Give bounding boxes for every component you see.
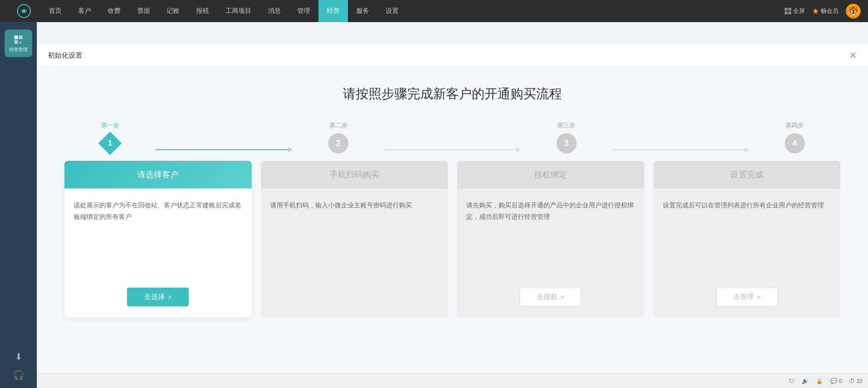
cards-row: 请选择客户 该处展示的客户为不在回收站、客户状态正常建账后完成老板端绑定的所有客…	[64, 161, 840, 317]
svg-text:¥: ¥	[19, 41, 22, 45]
step-3-action-button[interactable]: 去授权 >	[520, 288, 581, 306]
step-2-number: 2	[336, 139, 341, 148]
step-card-1: 请选择客户 该处展示的客户为不在回收站、客户状态正常建账后完成老板端绑定的所有客…	[64, 161, 252, 317]
step-4-circle: 4	[785, 133, 805, 153]
page-title: 初始化设置	[48, 51, 82, 60]
step-1-label: 第一步	[101, 121, 119, 129]
nav-manage[interactable]: 管理	[289, 0, 318, 22]
page-header: 初始化设置 ✕	[37, 44, 868, 67]
connector-2-3	[384, 147, 521, 153]
step-4-number: 4	[793, 139, 797, 148]
step-card-3: 授权绑定 请先购买，购买后选择开通的产品中的企业用户进行授权绑定，成功后即可进行…	[457, 161, 644, 317]
step-3-number: 3	[564, 139, 569, 148]
svg-rect-2	[789, 8, 791, 10]
card-4-header: 设置完成	[654, 161, 841, 188]
svg-rect-4	[789, 12, 791, 14]
shield-icon: 🛡	[789, 378, 794, 384]
sidebar: ¥ 经营管理 ⬇ 🎧	[0, 22, 37, 388]
card-4-footer: 去管理 >	[654, 288, 841, 317]
nav-settings[interactable]: 设置	[377, 0, 407, 22]
volume-icon: 🔊	[802, 378, 809, 384]
connector-3-4	[612, 147, 749, 153]
user-avatar[interactable]: 🐯	[846, 4, 861, 18]
nav-menu: 首页 客户 收费 票据 记账 报税 工商项目 消息 管理 经营 服务 设置	[41, 0, 785, 22]
connector-1-2	[156, 147, 293, 153]
step-4-label: 第四步	[786, 121, 804, 129]
nav-customer[interactable]: 客户	[70, 0, 99, 22]
card-1-footer: 去选择 >	[64, 288, 252, 317]
nav-message[interactable]: 消息	[260, 0, 289, 22]
step-2-header: 第二步 2	[293, 121, 384, 153]
card-2-footer	[261, 306, 448, 317]
card-1-body: 该处展示的客户为不在回收站、客户状态正常建账后完成老板端绑定的所有客户	[64, 188, 252, 288]
step-3-circle: 3	[556, 133, 577, 153]
svg-rect-3	[785, 12, 787, 14]
member-button[interactable]: 畅会员	[812, 7, 839, 15]
sidebar-item-operations[interactable]: ¥ 经营管理	[5, 29, 32, 57]
content-area: 请按照步骤完成新客户的开通购买流程 第一步 1 第二步	[37, 67, 868, 388]
card-2-body: 请用手机扫码，输入小微企业主账号密码进行购买	[261, 188, 448, 306]
step-1-number: 1	[108, 139, 112, 147]
card-3-body: 请先购买，购买后选择开通的产品中的企业用户进行授权绑定，成功后即可进行经营管理	[457, 188, 644, 288]
svg-rect-1	[785, 8, 787, 10]
card-3-footer: 去授权 >	[457, 288, 644, 317]
card-4-body: 设置完成后可以在管理列表进行所有企业用户的经营管理	[654, 188, 841, 288]
nav-operations[interactable]: 经营	[318, 0, 348, 22]
step-4-action-button[interactable]: 去管理 >	[716, 288, 778, 306]
lock-icon: 🔒	[816, 378, 823, 384]
clock-icon: ⏱ 10	[849, 378, 862, 384]
app-logo	[7, 4, 41, 18]
sidebar-bottom: ⬇ 🎧	[13, 351, 24, 381]
main-heading: 请按照步骤完成新客户的开通购买流程	[64, 85, 840, 103]
step-2-label: 第二步	[330, 121, 347, 129]
download-icon[interactable]: ⬇	[15, 351, 23, 362]
nav-billing[interactable]: 收费	[99, 0, 129, 22]
step-card-2: 手机扫码购买 请用手机扫码，输入小微企业主账号密码进行购买	[261, 161, 448, 317]
top-navigation: 首页 客户 收费 票据 记账 报税 工商项目 消息 管理 经营 服务 设置 全屏…	[0, 0, 868, 22]
main-content: 初始化设置 ✕ 请按照步骤完成新客户的开通购买流程 第一步 1	[37, 44, 868, 388]
step-card-4: 设置完成 设置完成后可以在管理列表进行所有企业用户的经营管理 去管理 >	[654, 161, 841, 317]
svg-rect-7	[19, 35, 23, 39]
step-3-header: 第三步 3	[521, 121, 612, 153]
fullscreen-button[interactable]: 全屏	[785, 7, 805, 15]
step-1-header: 第一步 1	[64, 121, 156, 153]
nav-tax[interactable]: 报税	[188, 0, 217, 22]
step-1-action-button[interactable]: 去选择 >	[127, 288, 189, 306]
nav-invoice[interactable]: 票据	[129, 0, 158, 22]
card-2-header: 手机扫码购买	[261, 161, 448, 188]
svg-rect-8	[14, 40, 18, 44]
nav-service[interactable]: 服务	[348, 0, 377, 22]
nav-home[interactable]: 首页	[41, 0, 70, 22]
step-4-header: 第四步 4	[749, 121, 840, 153]
card-1-header: 请选择客户	[64, 161, 252, 188]
bottom-bar: ▶ 完成 🛡 🔊 🔒 💬 0 ⏱ 10	[0, 373, 868, 388]
step-2-circle: 2	[328, 133, 348, 153]
step-1-circle-wrap: 1	[100, 133, 120, 153]
svg-rect-6	[14, 35, 18, 39]
close-button[interactable]: ✕	[849, 51, 857, 60]
step-1-diamond: 1	[98, 132, 122, 155]
nav-right-section: 全屏 畅会员 🐯	[785, 4, 861, 18]
svg-marker-5	[813, 8, 818, 14]
step-3-label: 第三步	[557, 121, 575, 129]
card-3-header: 授权绑定	[457, 161, 644, 188]
comment-icon: 💬 0	[830, 378, 842, 384]
nav-accounting[interactable]: 记账	[158, 0, 188, 22]
headset-icon[interactable]: 🎧	[13, 370, 24, 381]
bottom-bar-right: 🛡 🔊 🔒 💬 0 ⏱ 10	[789, 378, 862, 384]
nav-business[interactable]: 工商项目	[217, 0, 260, 22]
